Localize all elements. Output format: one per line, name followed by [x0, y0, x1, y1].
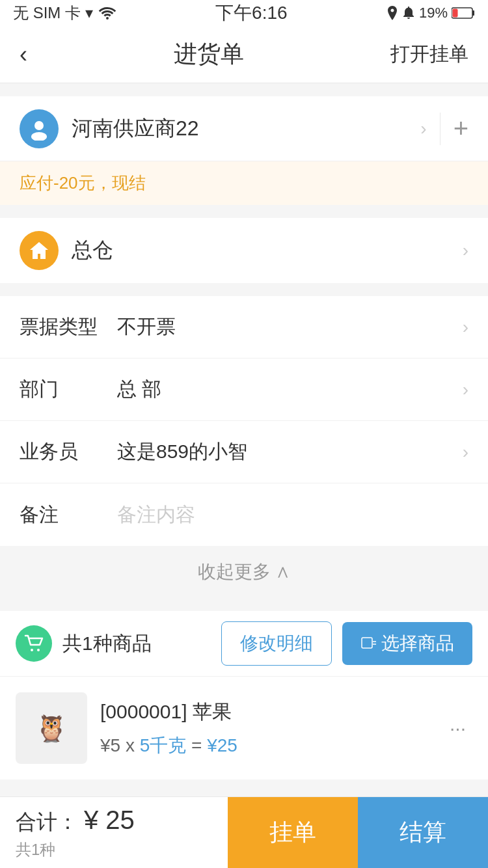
status-bar: 无 SIM 卡 ▾ 下午6:16 19% [0, 0, 488, 26]
warehouse-section[interactable]: 总仓 › [0, 218, 488, 283]
product-thumbnail: 🦉 [16, 692, 87, 764]
product-count: 共1种商品 [62, 631, 211, 657]
invoice-chevron-icon: › [463, 317, 468, 338]
total-label: 合计： [16, 810, 78, 834]
back-button[interactable]: ‹ [20, 41, 27, 68]
invoice-row[interactable]: 票据类型 不开票 › [0, 296, 488, 359]
svg-point-3 [34, 121, 44, 130]
svg-rect-1 [472, 10, 474, 16]
collapse-bar[interactable]: 收起更多 ∧ [0, 546, 488, 598]
gap-2 [0, 205, 488, 218]
svg-rect-7 [362, 638, 372, 648]
status-right: 19% [386, 5, 475, 21]
battery-text: 19% [419, 5, 448, 21]
add-button[interactable]: + [454, 114, 468, 143]
total-amount-value: ¥ 25 [84, 806, 135, 834]
product-icon [16, 625, 52, 662]
salesperson-row[interactable]: 业务员 这是859的小智 › [0, 421, 488, 483]
gap-1 [0, 83, 488, 96]
warehouse-name: 总仓 [72, 236, 463, 265]
invoice-value: 不开票 [117, 314, 463, 340]
collapse-label: 收起更多 ∧ [198, 560, 291, 584]
equals-sign: = [191, 735, 207, 755]
gap-4 [0, 598, 488, 611]
department-chevron-icon: › [463, 379, 468, 400]
status-time: 下午6:16 [215, 1, 288, 25]
svg-point-6 [37, 649, 40, 651]
product-item: 🦉 [0000001] 苹果 ¥5 x 5千克 = ¥25 ··· [0, 676, 488, 780]
supplier-name: 河南供应商22 [72, 115, 420, 143]
wifi-icon [98, 7, 116, 20]
remark-row[interactable]: 备注 备注内容 [0, 483, 488, 546]
select-product-button[interactable]: 选择商品 [342, 622, 472, 665]
supplier-section: 河南供应商22 › + 应付-20元，现结 [0, 96, 488, 205]
salesperson-label: 业务员 [20, 439, 117, 465]
price-x: x [126, 735, 140, 755]
svg-point-4 [31, 132, 47, 141]
supplier-avatar [20, 109, 59, 148]
cart-icon [24, 634, 44, 653]
supplier-row[interactable]: 河南供应商22 › + [0, 96, 488, 161]
location-icon [386, 6, 398, 20]
department-value: 总 部 [117, 376, 463, 403]
product-title: [0000001] 苹果 [100, 699, 430, 726]
product-price: ¥5 x 5千克 = ¥25 [100, 733, 430, 758]
person-icon [27, 117, 51, 141]
product-header: 共1种商品 修改明细 选择商品 [0, 611, 488, 676]
remark-label: 备注 [20, 502, 117, 528]
hang-button[interactable]: 挂单 [228, 797, 358, 869]
total-count: 共1种 [16, 839, 212, 860]
gap-3 [0, 283, 488, 296]
warehouse-row[interactable]: 总仓 › [0, 218, 488, 283]
salesperson-value: 这是859的小智 [117, 439, 463, 465]
signal-text: 无 SIM 卡 ▾ [13, 3, 93, 23]
notice-bar: 应付-20元，现结 [0, 161, 488, 205]
product-info: [0000001] 苹果 ¥5 x 5千克 = ¥25 [100, 699, 430, 758]
total-value: ¥25 [207, 735, 237, 755]
alarm-icon [402, 6, 415, 20]
nav-bar: ‹ 进货单 打开挂单 [0, 26, 488, 83]
bottom-total: 合计： ¥ 25 共1种 [0, 806, 228, 860]
department-row[interactable]: 部门 总 部 › [0, 359, 488, 421]
svg-point-5 [31, 649, 33, 651]
supplier-divider [440, 113, 441, 145]
form-section: 票据类型 不开票 › 部门 总 部 › 业务员 这是859的小智 › 备注 备注… [0, 296, 488, 546]
battery-icon [452, 7, 475, 19]
status-left: 无 SIM 卡 ▾ [13, 3, 116, 23]
price-value: ¥5 [100, 735, 120, 755]
salesperson-chevron-icon: › [463, 442, 468, 463]
warehouse-icon [20, 231, 59, 270]
department-label: 部门 [20, 376, 117, 403]
edit-detail-button[interactable]: 修改明细 [221, 621, 332, 666]
page-title: 进货单 [174, 38, 244, 70]
quantity-value: 5千克 [140, 735, 187, 755]
product-thumb-icon: 🦉 [35, 713, 68, 744]
more-button[interactable]: ··· [443, 711, 472, 746]
supplier-chevron-icon: › [420, 118, 426, 139]
bottom-bar: 合计： ¥ 25 共1种 挂单 结算 [0, 796, 488, 868]
checkout-button[interactable]: 结算 [358, 797, 488, 869]
invoice-label: 票据类型 [20, 314, 117, 340]
select-product-label: 选择商品 [381, 631, 454, 656]
select-product-icon [360, 636, 376, 651]
open-hang-button[interactable]: 打开挂单 [390, 41, 468, 68]
total-amount: 合计： ¥ 25 [16, 806, 212, 837]
warehouse-chevron-icon: › [463, 240, 468, 261]
remark-input[interactable]: 备注内容 [117, 502, 468, 528]
svg-rect-2 [453, 9, 458, 18]
home-icon [29, 241, 49, 260]
